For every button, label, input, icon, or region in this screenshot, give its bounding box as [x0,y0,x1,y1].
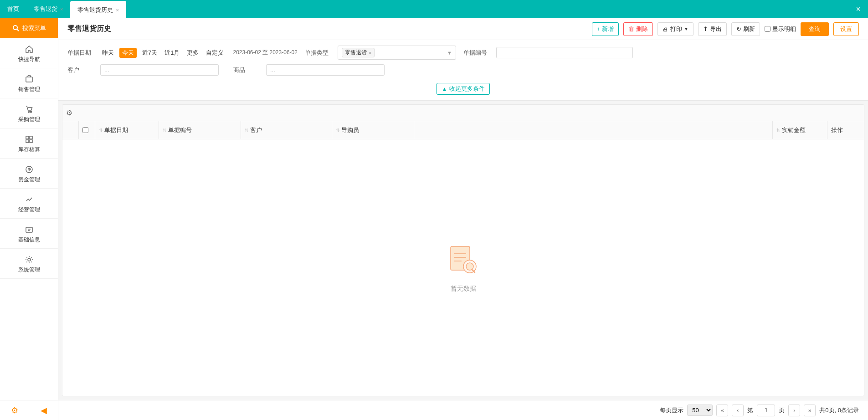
svg-rect-2 [26,77,32,82]
prev-page-btn[interactable]: ‹ [732,405,744,416]
th-date[interactable]: ⇅ 单据日期 [95,121,159,139]
sidebar-item-purchase[interactable]: 采购管理 [0,98,58,128]
print-button[interactable]: 🖨 打印 ▼ [657,22,693,36]
tab-retail-return-history-close[interactable]: × [116,7,118,13]
collapse-up-icon: ▲ [442,86,447,92]
last-page-btn[interactable]: » [804,405,816,416]
query-button[interactable]: 查询 [801,22,829,36]
next-page-btn[interactable]: › [788,405,800,416]
first-page-btn[interactable]: « [716,405,728,416]
per-page-label: 每页显示 [660,406,683,415]
goods-select[interactable]: ... [266,64,385,76]
tab-retail-return-history[interactable]: 零售退货历史 × [70,1,126,19]
export-button[interactable]: ⬆ 导出 [698,22,727,36]
sidebar-item-system-label: 系统管理 [18,266,40,274]
delete-icon: 🗑 [628,26,634,32]
doc-type-label: 单据类型 [305,49,330,57]
refresh-button[interactable]: ↻ 刷新 [731,22,760,36]
th-action: 操作 [827,121,864,139]
sidebar-item-finance[interactable]: 资金管理 [0,159,58,189]
sort-icon-customer: ⇅ [245,128,248,133]
filter-area: 单据日期 昨天 今天 近7天 近1月 更多 自定义 2023-06-02 至 2… [58,40,868,101]
sidebar: 搜索菜单 快捷导航 销售管理 [0,18,58,420]
svg-point-4 [30,111,31,113]
sidebar-search[interactable]: 搜索菜单 [0,18,58,38]
operation-icon [25,195,34,204]
system-icon [25,255,34,264]
collapse-label: 收起更多条件 [449,85,485,93]
sidebar-toggle-icon[interactable]: ◀ [41,405,47,415]
goods-placeholder: ... [270,67,275,73]
tab-bar: 首页 零售退货 × 零售退货历史 × [0,0,856,18]
sort-icon-doc-no: ⇅ [163,128,166,133]
setting-button[interactable]: 设置 [833,22,859,36]
date-opt-yesterday[interactable]: 昨天 [100,48,116,58]
sidebar-item-quick-nav[interactable]: 快捷导航 [0,38,58,68]
customer-select[interactable]: ... [100,64,219,76]
tab-retail-return-close[interactable]: × [60,6,63,12]
page-suffix: 页 [779,406,785,415]
date-opt-custom[interactable]: 自定义 [204,48,226,58]
filter-row-1: 单据日期 昨天 今天 近7天 近1月 更多 自定义 2023-06-02 至 2… [67,46,859,60]
settings-gear-icon[interactable]: ⚙ [11,405,18,415]
per-page-select[interactable]: 50 100 200 [687,405,713,416]
customer-label: 客户 [67,66,93,74]
doc-no-input[interactable] [496,47,633,58]
export-icon: ⬆ [703,26,708,32]
th-doc-no[interactable]: ⇅ 单据编号 [159,121,241,139]
collapse-button[interactable]: ▲ 收起更多条件 [437,83,490,95]
sidebar-item-base[interactable]: 基础信息 [0,219,58,249]
th-date-label: 单据日期 [104,126,128,134]
th-customer-label: 客户 [250,126,262,134]
show-detail-checkbox[interactable]: 显示明细 [765,25,796,33]
date-opt-today[interactable]: 今天 [119,48,137,58]
sort-icon-guide: ⇅ [336,128,339,133]
delete-button[interactable]: 🗑 删除 [623,22,653,36]
th-settings [62,121,79,139]
page-actions: + 新增 🗑 删除 🖨 打印 ▼ ⬆ 导出 ↻ 刷新 [592,22,859,36]
table-settings-icon[interactable]: ⚙ [66,108,72,117]
doc-type-tag-remove[interactable]: × [369,50,371,56]
th-amount[interactable]: ⇅ 实销金额 [773,121,827,139]
date-opt-1month[interactable]: 近1月 [163,48,181,58]
sidebar-item-system[interactable]: 系统管理 [0,249,58,279]
sidebar-item-sales[interactable]: 销售管理 [0,68,58,98]
new-button[interactable]: + 新增 [592,22,619,36]
th-checkbox[interactable] [79,121,95,139]
page-title: 零售退货历史 [67,24,111,34]
sidebar-item-inventory[interactable]: 库存核算 [0,128,58,159]
th-guide-label: 导购员 [341,126,359,134]
tab-retail-return[interactable]: 零售退货 × [26,0,70,18]
date-range: 2023-06-02 至 2023-06-02 [233,49,297,56]
sidebar-item-finance-label: 资金管理 [18,176,40,184]
page-header: 零售退货历史 + 新增 🗑 删除 🖨 打印 ▼ ⬆ 导出 ↻ [58,18,868,40]
home-icon [25,45,34,54]
empty-text: 暂无数据 [451,285,476,293]
empty-state: 暂无数据 [445,243,482,293]
sales-icon [25,75,34,84]
date-opt-more[interactable]: 更多 [185,48,200,58]
filter-row-2: 客户 ... 商品 ... [67,64,859,76]
th-action-label: 操作 [831,126,843,134]
th-customer[interactable]: ⇅ 客户 [241,121,332,139]
page-input[interactable] [757,405,775,416]
top-bar-close[interactable]: × [856,5,868,14]
th-spacer [414,121,773,139]
tab-home-label: 首页 [7,5,19,13]
select-all-checkbox[interactable] [82,127,88,133]
svg-rect-6 [30,136,32,139]
show-detail-input[interactable] [765,26,770,32]
refresh-icon: ↻ [736,26,741,32]
table-body: 暂无数据 [62,139,864,396]
tab-home[interactable]: 首页 [0,0,26,18]
inventory-icon [25,135,34,144]
doc-type-select[interactable]: 零售退货 × ▼ [338,46,456,60]
table-header: ⇅ 单据日期 ⇅ 单据编号 ⇅ 客户 ⇅ 导购员 ⇅ 实销 [62,121,864,139]
sidebar-item-operation[interactable]: 经营管理 [0,189,58,219]
sidebar-item-quick-nav-label: 快捷导航 [18,56,40,63]
date-opt-7days[interactable]: 近7天 [140,48,159,58]
customer-placeholder: ... [104,67,109,73]
svg-point-3 [28,111,29,113]
th-guide[interactable]: ⇅ 导购员 [332,121,414,139]
svg-rect-8 [30,140,32,143]
